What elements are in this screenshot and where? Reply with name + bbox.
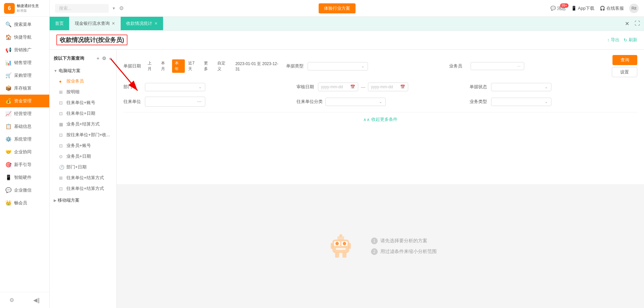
scheme-group-pc-header[interactable]: ▼ 电脑端方案 (50, 66, 116, 76)
scheme-add-btn[interactable]: + (96, 55, 100, 62)
refresh-btn[interactable]: ↻ 刷新 (624, 37, 637, 43)
doctype-label: 单据类型 (286, 63, 305, 69)
filter-docstatus-item: 单据状态 ⌄ (470, 83, 637, 91)
purchase-icon: 🛒 (5, 72, 11, 79)
business-type-arrow-icon: ⌄ (545, 100, 548, 104)
scheme-settings-btn[interactable]: ⚙ (101, 55, 107, 62)
scheme-collapse-btn[interactable]: « (108, 55, 112, 62)
sidebar-item-sales[interactable]: 📊 销售管理 (0, 56, 49, 69)
notification-btn[interactable]: 💬 消息 99+ (550, 5, 566, 11)
scheme-item-salesperson-account[interactable]: ⊡ 业务员+账号 (50, 140, 116, 151)
app-download-btn[interactable]: 📱 App下载 (571, 5, 594, 11)
app-name: 畅捷通好生意 (17, 3, 39, 8)
business-type-select[interactable]: ⌄ (491, 98, 551, 106)
sidebar-item-quick-nav[interactable]: 🏠 快捷导航 (0, 31, 49, 44)
date-tab-last7[interactable]: 近7天 (185, 59, 201, 73)
sidebar-item-label-member: 畅会员 (14, 200, 27, 206)
scheme-item-partner-settlement2[interactable]: ⊡ 往来单位+结算方式 (50, 183, 116, 194)
sidebar-item-search[interactable]: 🔍 搜索菜单 (0, 18, 49, 31)
scheme-item-by-partner-dept[interactable]: ⊡ 按往来单位+部门+收... (50, 130, 116, 140)
scheme-item-salesperson-date[interactable]: ⊙ 业务员+日期 (50, 151, 116, 162)
trial-industry-btn[interactable]: 体验行业方案 (319, 3, 356, 13)
date-tab-more[interactable]: 更多 (201, 59, 214, 73)
partner-account-icon: ⊡ (59, 100, 64, 105)
scheme-item-by-salesperson[interactable]: ● 按业务员 (50, 76, 116, 87)
export-btn[interactable]: ↑ 导出 (607, 37, 620, 43)
review-date-to-input[interactable]: yyyy-mm-dd 📅 (368, 83, 408, 91)
partner-dept-icon: ⊡ (59, 133, 64, 138)
marketing-icon: 📢 (5, 47, 11, 53)
svg-rect-9 (342, 252, 346, 258)
scheme-group-mobile-header[interactable]: ▶ 移动端方案 (50, 195, 116, 205)
dept-label: 部门 (123, 84, 142, 90)
partner-more-icon[interactable]: ··· (197, 99, 202, 105)
sidebar-item-purchase[interactable]: 🛒 采购管理 (0, 69, 49, 82)
date-tab-last-month[interactable]: 上月 (145, 59, 158, 73)
sidebar-item-hardware[interactable]: 📱 智能硬件 (0, 171, 49, 184)
salesperson-select[interactable]: ··· (471, 62, 524, 70)
sidebar-item-guide[interactable]: 🎯 新手引导 (0, 158, 49, 171)
scheme-item-salesperson-settlement[interactable]: ▦ 业务员+结算方式 (50, 119, 116, 130)
operation-icon: 📈 (5, 111, 11, 117)
tab-bank-flow[interactable]: 现金银行流水查询 ✕ (69, 17, 121, 30)
sidebar-item-finance[interactable]: 💰 资金管理 (0, 95, 49, 107)
online-service-btn[interactable]: 🎧 在线客服 (600, 5, 624, 11)
date-tab-this-year[interactable]: 本年 (172, 59, 185, 73)
scheme-item-partner-account[interactable]: ⊡ 往来单位+账号 (50, 97, 116, 108)
sidebar-collapse-btn[interactable]: ◀‖ (31, 295, 42, 305)
business-type-control: ⌄ (491, 98, 637, 106)
doctype-select[interactable]: ⌄ (308, 62, 368, 70)
svg-rect-6 (331, 243, 333, 249)
filter-settings-btn[interactable]: 设置 (612, 67, 637, 77)
scheme-item-partner-date[interactable]: ⊡ 往来单位+日期 (50, 108, 116, 119)
sidebar-item-marketing[interactable]: 📢 营销推广 (0, 44, 49, 56)
sidebar-item-basic[interactable]: 📋 基础信息 (0, 120, 49, 133)
scheme-item-dept-date[interactable]: 🕐 部门+日期 (50, 162, 116, 172)
partner-class-select[interactable]: ⌄ (325, 98, 386, 106)
content-area: 按以下方案查询 + ⚙ « ▼ 电脑端方案 ● 按业务员 (50, 50, 644, 308)
partner-date-icon: ⊡ (59, 111, 64, 116)
tab-collection-stats[interactable]: 收款情况统计 ✕ (121, 17, 163, 30)
scheme-group-pc: ▼ 电脑端方案 ● 按业务员 ⊞ 按明细 ⊡ 往来单位+账号 (50, 66, 116, 194)
notification-badge: 99+ (560, 3, 569, 8)
sidebar-item-label-sales: 销售管理 (14, 60, 32, 66)
tab-close-all-btn[interactable]: ✕ (624, 19, 631, 28)
tip-num-2: 2 (371, 248, 378, 255)
empty-tips: 1 请先选择要分析的方案 2 用过滤条件来缩小分析范围 (371, 238, 437, 255)
tab-bank-flow-close[interactable]: ✕ (112, 21, 115, 26)
review-date-from-value: yyyy-mm-dd (321, 85, 343, 89)
topbar-settings-icon[interactable]: ⚙ (119, 5, 124, 11)
page-header-actions: ↑ 导出 ↻ 刷新 (607, 37, 638, 43)
tabbar: 首页 现金银行流水查询 ✕ 收款情况统计 ✕ ✕ ⛶ (50, 17, 644, 31)
docstatus-select[interactable]: ⌄ (491, 83, 551, 91)
date-tabs: 上月 本月 本年 近7天 更多 自定义 (145, 59, 231, 73)
review-date-from-input[interactable]: yyyy-mm-dd 📅 (318, 83, 358, 91)
sidebar-item-enterprise[interactable]: 🤝 企业协同 (0, 146, 49, 158)
sidebar-item-inventory[interactable]: 📦 库存核算 (0, 82, 49, 95)
date-tab-custom[interactable]: 自定义 (215, 59, 231, 73)
query-btn[interactable]: 查询 (612, 55, 637, 65)
topbar-dropdown-icon[interactable]: ▾ (113, 6, 115, 11)
empty-content: 1 请先选择要分析的方案 2 用过滤条件来缩小分析范围 (324, 229, 437, 263)
tab-collection-stats-close[interactable]: ✕ (154, 21, 158, 26)
collapse-bar[interactable]: ∧∧ 收起更多条件 (123, 112, 637, 126)
basic-icon: 📋 (5, 123, 11, 130)
scheme-item-by-detail[interactable]: ⊞ 按明细 (50, 87, 116, 97)
scheme-item-partner-date-label: 往来单位+日期 (66, 110, 95, 116)
scheme-item-partner-settlement1[interactable]: ⊞ 往来单位+结算方式 (50, 172, 116, 183)
sidebar-item-operation[interactable]: 📈 经营管理 (0, 107, 49, 120)
date-range-display: 2023-01-01 至 2023-12-31 (235, 61, 281, 71)
partner-select[interactable]: ··· (145, 97, 205, 107)
topbar-search-box[interactable]: 搜索... (55, 4, 109, 13)
date-tab-this-month[interactable]: 本月 (158, 59, 171, 73)
tab-expand-btn[interactable]: ⛶ (633, 19, 641, 28)
tab-home[interactable]: 首页 (50, 17, 69, 30)
sidebar-settings-btn[interactable]: ⚙ (7, 295, 16, 305)
user-avatar[interactable]: Rit (629, 4, 639, 13)
sidebar-item-wechat[interactable]: 💬 企业微信 (0, 184, 49, 197)
right-panel: 单据日期 上月 本月 本年 近7天 更多 自定义 20 (117, 50, 644, 308)
sidebar-item-member[interactable]: 👑 畅会员 (0, 197, 49, 209)
sidebar-item-system[interactable]: ⚙️ 系统管理 (0, 133, 49, 146)
dept-select[interactable]: ⌄ (145, 83, 205, 91)
online-service-icon: 🎧 (600, 6, 605, 11)
